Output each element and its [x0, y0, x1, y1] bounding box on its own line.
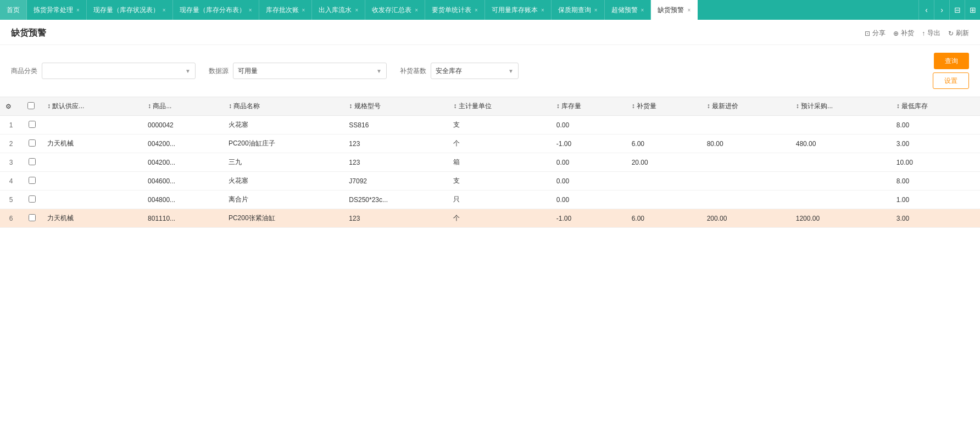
- share-label: 分享: [872, 29, 886, 38]
- tab-inventory-status[interactable]: 现存量（库存状况表） ×: [87, 0, 173, 20]
- table-row: 2 力天机械 004200... PC200油缸庄子 123 个 -1.00 6…: [0, 135, 980, 153]
- row-checkbox[interactable]: [29, 121, 36, 128]
- tab-shrink-button[interactable]: ⊟: [949, 0, 965, 20]
- tab-overstock-warning[interactable]: 超储预警 ×: [605, 0, 652, 20]
- close-icon[interactable]: ×: [249, 7, 252, 13]
- close-icon[interactable]: ×: [475, 7, 478, 13]
- category-select[interactable]: ▼: [42, 63, 196, 79]
- header-actions: ⊡ 分享 ⊕ 补货 ↑ 导出 ↻ 刷新: [865, 29, 969, 38]
- refresh-icon: ↻: [948, 30, 954, 37]
- gear-icon[interactable]: ⚙: [5, 103, 12, 110]
- cell-spec: J7092: [343, 172, 448, 191]
- tab-picking-exception[interactable]: 拣货异常处理 ×: [27, 0, 87, 20]
- close-icon[interactable]: ×: [687, 7, 691, 13]
- cell-latest-price: 80.00: [701, 135, 790, 153]
- close-icon[interactable]: ×: [415, 7, 418, 13]
- close-icon[interactable]: ×: [594, 7, 598, 13]
- cell-product-name: PC200油缸庄子: [223, 135, 343, 153]
- tab-order-stats[interactable]: 要货单统计表 ×: [425, 0, 485, 20]
- refresh-button[interactable]: ↻ 刷新: [948, 29, 969, 38]
- select-all-checkbox[interactable]: [27, 102, 35, 109]
- cell-spec: 123: [343, 153, 448, 172]
- tab-label: 保质期查询: [558, 5, 591, 15]
- share-button[interactable]: ⊡ 分享: [865, 29, 886, 38]
- cell-unit: 支: [448, 172, 550, 191]
- col-unit-label: ↕ 主计量单位: [453, 102, 491, 110]
- tab-receipt-summary[interactable]: 收发存汇总表 ×: [365, 0, 425, 20]
- cell-stock: 0.00: [551, 191, 626, 209]
- cell-min-stock: 8.00: [891, 172, 980, 191]
- tab-expand-button[interactable]: ⊞: [965, 0, 980, 20]
- cell-estimated-purchase: [790, 153, 891, 172]
- row-number: 2: [0, 135, 22, 153]
- tab-expiry-query[interactable]: 保质期查询 ×: [552, 0, 605, 20]
- tab-inventory-dist[interactable]: 现存量（库存分布表） ×: [173, 0, 259, 20]
- replenish-basis-select[interactable]: 安全库存 ▼: [431, 63, 519, 79]
- cell-supplier: [42, 172, 142, 191]
- cell-replenish-qty: 6.00: [626, 135, 701, 153]
- cell-replenish-qty: [626, 191, 701, 209]
- col-stock-label: ↕ 库存量: [556, 102, 581, 110]
- datasource-select[interactable]: 可用量 ▼: [233, 63, 387, 79]
- col-min-stock-label: ↕ 最低库存: [897, 102, 928, 110]
- cell-supplier: [42, 116, 142, 135]
- close-icon[interactable]: ×: [76, 7, 80, 13]
- cell-spec: 123: [343, 135, 448, 153]
- replenish-basis-value: 安全库存: [436, 66, 462, 76]
- row-checkbox-cell: [22, 116, 42, 135]
- col-latest-price: ↕ 最新进价: [701, 97, 790, 116]
- replenish-basis-label: 补货基数: [400, 66, 426, 76]
- close-icon[interactable]: ×: [302, 7, 305, 13]
- row-checkbox[interactable]: [29, 158, 36, 165]
- col-spec-label: ↕ 规格型号: [349, 102, 380, 110]
- close-icon[interactable]: ×: [163, 7, 166, 13]
- close-icon[interactable]: ×: [355, 7, 358, 13]
- col-replenish-qty: ↕ 补货量: [626, 97, 701, 116]
- row-checkbox[interactable]: [29, 195, 36, 203]
- tab-label: 库存批次账: [266, 5, 299, 15]
- col-product-code: ↕ 商品...: [142, 97, 223, 116]
- row-checkbox[interactable]: [29, 139, 36, 147]
- cell-estimated-purchase: [790, 116, 891, 135]
- row-checkbox[interactable]: [29, 214, 36, 221]
- query-button[interactable]: 查询: [934, 53, 969, 69]
- cell-stock: -1.00: [551, 209, 626, 228]
- cell-latest-price: [701, 153, 790, 172]
- cell-supplier: 力天机械: [42, 209, 142, 228]
- tab-batch-ledger[interactable]: 库存批次账 ×: [259, 0, 313, 20]
- datasource-label: 数据源: [209, 66, 229, 76]
- close-icon[interactable]: ×: [541, 7, 544, 13]
- settings-button[interactable]: 设置: [933, 72, 969, 89]
- datasource-filter-group: 数据源 可用量 ▼: [209, 63, 387, 79]
- tab-prev-button[interactable]: ‹: [918, 0, 934, 20]
- close-icon[interactable]: ×: [641, 7, 644, 13]
- row-checkbox[interactable]: [29, 177, 36, 184]
- cell-min-stock: 1.00: [891, 191, 980, 209]
- cell-product-name: 火花塞: [223, 116, 343, 135]
- cell-latest-price: [701, 191, 790, 209]
- table-row: 5 004800... 离合片 DS250*23c... 只 0.00 1.00: [0, 191, 980, 209]
- tab-home[interactable]: 首页: [0, 0, 27, 20]
- cell-spec: 123: [343, 209, 448, 228]
- cell-estimated-purchase: [790, 191, 891, 209]
- replenish-button[interactable]: ⊕ 补货: [893, 29, 914, 38]
- cell-unit: 箱: [448, 153, 550, 172]
- tab-shortage-warning[interactable]: 缺货预警 ×: [651, 0, 698, 20]
- main-content: 缺货预警 ⊡ 分享 ⊕ 补货 ↑ 导出 ↻ 刷新 商品分类: [0, 20, 980, 437]
- table-row: 3 004200... 三九 123 箱 0.00 20.00 10.00: [0, 153, 980, 172]
- row-number: 6: [0, 209, 22, 228]
- cell-replenish-qty: [626, 172, 701, 191]
- row-checkbox-cell: [22, 153, 42, 172]
- col-supplier: ↕ 默认供应...: [42, 97, 142, 116]
- cell-product-name: 三九: [223, 153, 343, 172]
- tab-inout-flow[interactable]: 出入库流水 ×: [312, 0, 365, 20]
- tab-available-ledger[interactable]: 可用量库存账本 ×: [485, 0, 552, 20]
- datasource-arrow: ▼: [376, 68, 382, 74]
- export-button[interactable]: ↑ 导出: [922, 29, 940, 38]
- tab-home-label: 首页: [7, 5, 20, 15]
- cell-min-stock: 10.00: [891, 153, 980, 172]
- tab-next-button[interactable]: ›: [934, 0, 949, 20]
- cell-min-stock: 3.00: [891, 209, 980, 228]
- replenish-basis-arrow: ▼: [508, 68, 514, 74]
- cell-min-stock: 8.00: [891, 116, 980, 135]
